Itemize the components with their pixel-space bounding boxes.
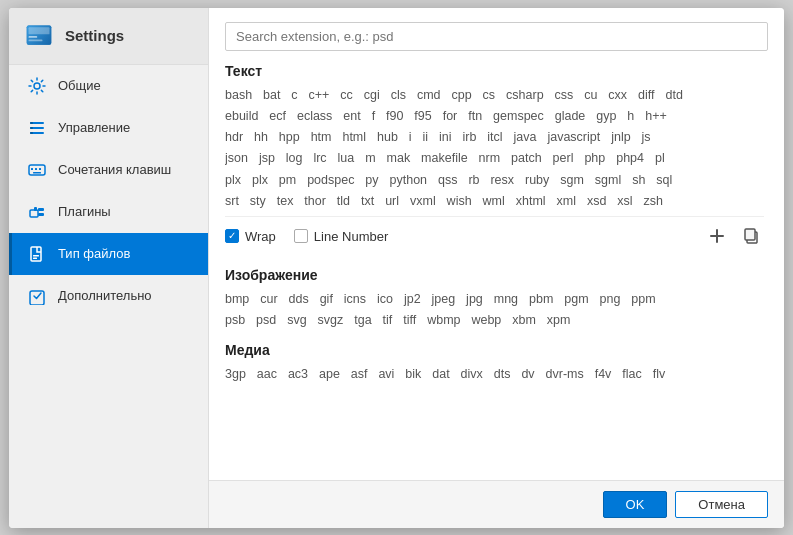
wrap-actions xyxy=(704,223,764,249)
wrap-checkbox[interactable]: ✓ xyxy=(225,229,239,243)
svg-rect-18 xyxy=(34,207,37,211)
svg-rect-2 xyxy=(29,27,50,34)
sidebar-item-advanced-label: Дополнительно xyxy=(58,288,152,303)
sidebar-item-advanced[interactable]: Дополнительно xyxy=(9,275,208,317)
svg-rect-19 xyxy=(38,208,44,211)
linenumber-checkbox-wrap[interactable]: Line Number xyxy=(294,229,388,244)
settings-dialog: Settings Общие xyxy=(9,8,784,528)
sidebar-item-shortcuts-label: Сочетания клавиш xyxy=(58,162,171,177)
linenumber-checkbox[interactable] xyxy=(294,229,308,243)
svg-rect-4 xyxy=(29,39,43,41)
text-section-title: Текст xyxy=(225,63,764,79)
linenumber-label: Line Number xyxy=(314,229,388,244)
svg-rect-3 xyxy=(29,36,38,38)
management-icon xyxy=(26,117,48,139)
sidebar-item-plugins[interactable]: Плагины xyxy=(9,191,208,233)
sidebar: Settings Общие xyxy=(9,8,209,528)
keyboard-icon xyxy=(26,159,48,181)
svg-rect-15 xyxy=(39,168,41,170)
wrap-checkmark: ✓ xyxy=(228,231,236,241)
filetype-icon xyxy=(26,243,48,265)
svg-rect-16 xyxy=(33,172,41,174)
sidebar-header: Settings xyxy=(9,8,208,65)
sidebar-title: Settings xyxy=(65,27,124,44)
sidebar-item-filetypes[interactable]: Тип файлов xyxy=(9,233,208,275)
wrap-checkbox-wrap[interactable]: ✓ Wrap xyxy=(225,229,276,244)
advanced-icon xyxy=(26,285,48,307)
cancel-button[interactable]: Отмена xyxy=(675,491,768,518)
wrap-row: ✓ Wrap Line Number xyxy=(225,216,764,257)
sidebar-item-management[interactable]: Управление xyxy=(9,107,208,149)
sidebar-item-general[interactable]: Общие xyxy=(9,65,208,107)
sidebar-item-shortcuts[interactable]: Сочетания клавиш xyxy=(9,149,208,191)
svg-rect-9 xyxy=(30,122,33,124)
content-panel: Текст bash bat c c++ cc cgi cls cmd cpp … xyxy=(209,8,784,480)
plugin-icon xyxy=(26,201,48,223)
gear-icon xyxy=(26,75,48,97)
main-content-area: Текст bash bat c c++ cc cgi cls cmd cpp … xyxy=(209,8,784,528)
settings-app-icon xyxy=(23,20,55,52)
add-extension-button[interactable] xyxy=(704,223,730,249)
sidebar-item-plugins-label: Плагины xyxy=(58,204,111,219)
svg-rect-20 xyxy=(38,213,44,216)
text-section: Текст bash bat c c++ cc cgi cls cmd cpp … xyxy=(225,63,764,258)
ok-button[interactable]: OK xyxy=(603,491,668,518)
extensions-scroll-area[interactable]: Текст bash bat c c++ cc cgi cls cmd cpp … xyxy=(225,63,768,480)
svg-rect-17 xyxy=(30,210,38,217)
svg-rect-10 xyxy=(30,127,33,129)
svg-rect-14 xyxy=(35,168,37,170)
wrap-label: Wrap xyxy=(245,229,276,244)
media-section: Медиа 3gp aac ac3 ape asf avi bik dat di… xyxy=(225,342,764,385)
media-extensions-list: 3gp aac ac3 ape asf avi bik dat divx dts… xyxy=(225,364,764,385)
svg-rect-22 xyxy=(33,255,39,257)
media-section-title: Медиа xyxy=(225,342,764,358)
svg-rect-26 xyxy=(745,229,755,240)
sidebar-item-general-label: Общие xyxy=(58,78,101,93)
text-extensions-list: bash bat c c++ cc cgi cls cmd cpp cs csh… xyxy=(225,85,764,213)
search-input[interactable] xyxy=(225,22,768,51)
image-extensions-list: bmp cur dds gif icns ico jp2 jpeg jpg mn… xyxy=(225,289,764,332)
copy-extension-button[interactable] xyxy=(738,223,764,249)
image-section: Изображение bmp cur dds gif icns ico jp2… xyxy=(225,267,764,332)
svg-rect-11 xyxy=(30,132,33,134)
svg-rect-23 xyxy=(33,257,37,259)
image-section-title: Изображение xyxy=(225,267,764,283)
svg-rect-13 xyxy=(31,168,33,170)
svg-point-5 xyxy=(34,83,40,89)
sidebar-item-filetypes-label: Тип файлов xyxy=(58,246,130,261)
footer: OK Отмена xyxy=(209,480,784,528)
sidebar-item-management-label: Управление xyxy=(58,120,130,135)
